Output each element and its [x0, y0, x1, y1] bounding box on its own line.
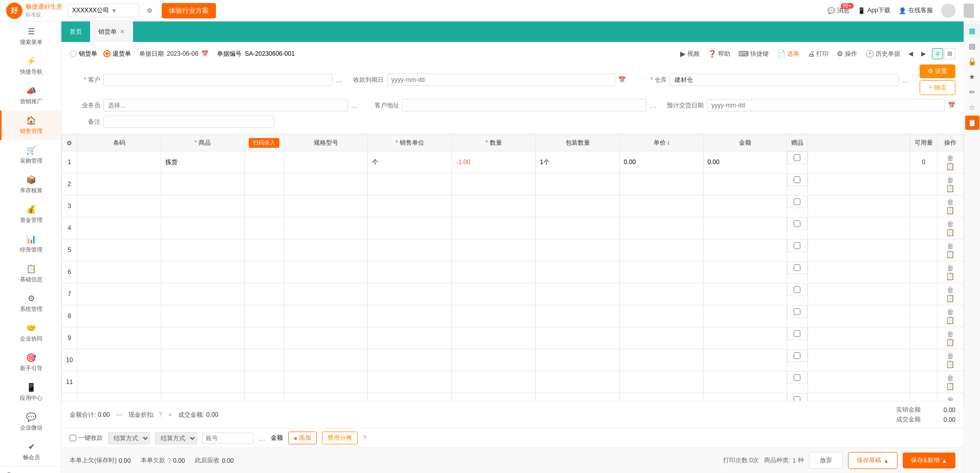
print-button[interactable]: 🖨 打印 [805, 49, 831, 59]
row-price[interactable] [620, 305, 704, 327]
row-product[interactable] [161, 283, 245, 305]
row-unit[interactable] [368, 371, 452, 393]
row-spec[interactable] [284, 327, 368, 349]
row-qty[interactable] [452, 195, 536, 217]
row-unit[interactable] [368, 217, 452, 239]
row-unit[interactable] [368, 305, 452, 327]
delete-row-button[interactable]: 🗑 [947, 220, 954, 228]
save-new-arrow-icon[interactable]: ▲ [942, 458, 947, 464]
row-price[interactable] [620, 327, 704, 349]
row-pkg-qty[interactable] [536, 173, 620, 195]
row-qty[interactable] [452, 283, 536, 305]
row-product[interactable] [161, 371, 245, 393]
row-gift[interactable] [787, 327, 808, 340]
row-spec[interactable] [284, 393, 368, 401]
row-pkg-qty[interactable] [536, 305, 620, 327]
row-barcode[interactable] [77, 217, 161, 239]
row-product[interactable] [161, 393, 245, 401]
row-unit[interactable] [368, 151, 452, 173]
delete-row-button[interactable]: 🗑 [947, 330, 954, 338]
row-amount[interactable] [703, 261, 787, 283]
row-unit[interactable] [368, 327, 452, 349]
row-qty[interactable] [452, 393, 536, 401]
logistics-button[interactable]: + 物流 [920, 80, 955, 95]
sidebar-item-inventory[interactable]: 📦 库存核算 [0, 170, 61, 199]
delete-row-button[interactable]: 🗑 [947, 396, 954, 401]
sidebar-item-member[interactable]: ✔ 畅会员 [0, 437, 61, 466]
row-price[interactable] [620, 283, 704, 305]
nav-next-button[interactable]: ▶ [919, 49, 928, 58]
fee-split-button[interactable]: 费用分摊 [322, 432, 358, 444]
row-amount[interactable] [703, 305, 787, 327]
avatar[interactable] [941, 4, 955, 18]
row-barcode[interactable] [77, 261, 161, 283]
row-spec[interactable] [284, 349, 368, 371]
row-gift[interactable] [787, 239, 808, 252]
col-settings-header[interactable]: ⚙ [62, 135, 77, 151]
col-scan-header[interactable]: 扫码录入 [245, 135, 284, 151]
copy-row-button[interactable]: 📋 [946, 228, 954, 236]
row-qty[interactable] [452, 261, 536, 283]
copy-row-button[interactable]: 📋 [946, 294, 954, 302]
fee-help-icon[interactable]: ? [363, 435, 366, 442]
arrear-help-icon[interactable]: ? [167, 457, 171, 464]
row-amount[interactable] [703, 327, 787, 349]
warehouse-input[interactable] [670, 74, 899, 86]
row-unit[interactable] [368, 283, 452, 305]
row-barcode[interactable] [77, 305, 161, 327]
row-pkg-qty[interactable] [536, 239, 620, 261]
discard-button[interactable]: 放弃 [809, 452, 843, 469]
video-button[interactable]: ▶ 视频 [678, 49, 702, 59]
row-qty[interactable] [452, 371, 536, 393]
row-qty[interactable] [452, 151, 536, 173]
copy-row-button[interactable]: 📋 [946, 250, 954, 258]
row-amount[interactable] [703, 151, 787, 173]
row-pkg-qty[interactable] [536, 393, 620, 401]
delete-row-button[interactable]: 🗑 [947, 176, 954, 184]
row-pkg-qty[interactable] [536, 151, 620, 173]
row-product[interactable] [161, 173, 245, 195]
select-order-button[interactable]: 📄 选单 [775, 49, 801, 59]
row-gift[interactable] [787, 195, 808, 208]
row-product[interactable] [161, 349, 245, 371]
row-qty[interactable] [452, 173, 536, 195]
save-draft-button[interactable]: 保存草稿 ▲ [848, 452, 898, 469]
sidebar-item-business[interactable]: 📊 经营管理 [0, 229, 61, 259]
payment-due-input[interactable] [387, 74, 616, 86]
row-barcode[interactable] [77, 393, 161, 401]
list-view-button[interactable]: ≡ [932, 48, 943, 59]
row-unit[interactable] [368, 393, 452, 401]
copy-row-button[interactable]: 📋 [946, 316, 954, 324]
row-price[interactable] [620, 217, 704, 239]
avatar2[interactable] [964, 4, 974, 18]
row-gift[interactable] [787, 173, 808, 186]
salesperson-more-icon[interactable]: … [351, 101, 358, 109]
history-button[interactable]: 🕐 历史单据 [863, 49, 902, 59]
delete-row-button[interactable]: 🗑 [947, 352, 954, 360]
save-draft-arrow-icon[interactable]: ▲ [883, 458, 889, 464]
right-panel-table-view[interactable]: ▦ [965, 24, 979, 38]
row-unit[interactable] [368, 261, 452, 283]
row-pkg-qty[interactable] [536, 327, 620, 349]
payment-due-calendar-icon[interactable]: 📅 [618, 76, 626, 83]
row-gift[interactable] [787, 371, 808, 384]
row-gift[interactable] [787, 393, 808, 401]
delete-row-button[interactable]: 🗑 [947, 374, 954, 382]
tab-close-icon[interactable]: ✕ [120, 28, 125, 35]
sidebar-item-marketing[interactable]: 📣 营销推广 [0, 81, 61, 110]
row-amount[interactable] [703, 239, 787, 261]
payment-account-input[interactable] [202, 433, 253, 444]
warehouse-more-icon[interactable]: … [902, 76, 909, 84]
delete-row-button[interactable]: 🗑 [947, 308, 954, 316]
row-product[interactable] [161, 151, 245, 173]
row-spec[interactable] [284, 283, 368, 305]
row-qty[interactable] [452, 349, 536, 371]
row-spec[interactable] [284, 371, 368, 393]
scan-button[interactable]: 扫码录入 [249, 138, 279, 148]
copy-row-button[interactable]: 📋 [946, 272, 954, 280]
row-pkg-qty[interactable] [536, 217, 620, 239]
row-spec[interactable] [284, 173, 368, 195]
row-pkg-qty[interactable] [536, 283, 620, 305]
remark-input[interactable] [103, 116, 274, 128]
sidebar-item-sales[interactable]: 🏠 销售管理 [0, 110, 61, 140]
